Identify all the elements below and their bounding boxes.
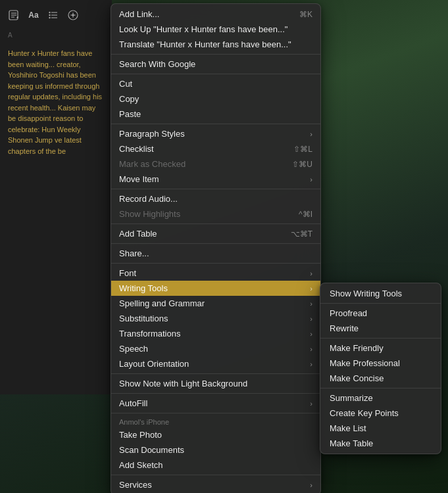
paragraph-styles-chevron-icon: › (310, 130, 312, 138)
font-chevron-icon: › (310, 270, 312, 277)
menu-item-move-item-label: Move Item (119, 174, 305, 184)
menu-item-layout-orientation-label: Layout Orientation (119, 359, 305, 369)
menu-item-speech-label: Speech (119, 344, 305, 354)
note-app-area: Aa A Hunter x Hunter fans have been wait… (0, 0, 112, 394)
submenu-item-summarize[interactable]: Summarize (320, 390, 441, 406)
menu-item-add-table-label: Add Table (119, 229, 280, 239)
menu-item-show-highlights[interactable]: Show Highlights ^⌘I (111, 206, 320, 222)
menu-item-add-link-shortcut: ⌘K (299, 10, 312, 19)
separator-6 (111, 243, 320, 244)
submenu-separator-2 (320, 338, 441, 339)
submenu-item-make-list[interactable]: Make List (320, 421, 441, 436)
separator-5 (111, 223, 320, 224)
menu-item-writing-tools[interactable]: Writing Tools › (111, 281, 320, 296)
menu-item-autofill[interactable]: AutoFill › (111, 396, 320, 411)
menu-item-transformations-label: Transformations (119, 329, 305, 339)
menu-item-substitutions[interactable]: Substitutions › (111, 311, 320, 326)
services-chevron-icon: › (310, 481, 312, 489)
menu-item-show-note-light-bg[interactable]: Show Note with Light Background (111, 376, 320, 391)
menu-item-font[interactable]: Font › (111, 266, 320, 281)
transformations-chevron-icon: › (310, 330, 312, 338)
menu-item-paste[interactable]: Paste (111, 106, 320, 122)
submenu-item-make-professional[interactable]: Make Professional (320, 356, 441, 371)
menu-item-paragraph-styles[interactable]: Paragraph Styles › (111, 126, 320, 141)
font-icon[interactable]: Aa (28, 9, 39, 21)
submenu-item-make-friendly[interactable]: Make Friendly (320, 340, 441, 356)
note-toolbar: Aa (0, 0, 112, 28)
menu-item-cut[interactable]: Cut (111, 76, 320, 91)
submenu-item-rewrite[interactable]: Rewrite (320, 321, 441, 336)
submenu-item-show-writing-tools-label: Show Writing Tools (330, 289, 432, 298)
menu-item-services-label: Services (119, 480, 305, 490)
submenu-item-make-friendly-label: Make Friendly (330, 343, 432, 353)
separator-4 (111, 189, 320, 189)
menu-item-checklist-shortcut: ⇧⌘L (293, 145, 312, 154)
note-date-label: A (0, 28, 112, 41)
move-item-chevron-icon: › (310, 176, 312, 183)
separator-9 (111, 393, 320, 394)
menu-item-services[interactable]: Services › (111, 477, 320, 492)
menu-item-substitutions-label: Substitutions (119, 314, 305, 323)
menu-item-add-link[interactable]: Add Link... ⌘K (111, 7, 320, 22)
menu-item-search-google[interactable]: Search With Google (111, 57, 320, 72)
menu-item-cut-label: Cut (119, 79, 312, 89)
menu-item-share-label: Share... (119, 248, 312, 258)
separator-1 (111, 54, 320, 55)
submenu-separator-1 (320, 303, 441, 304)
substitutions-chevron-icon: › (310, 315, 312, 323)
menu-item-move-item[interactable]: Move Item › (111, 172, 320, 187)
submenu-item-create-key-points-label: Create Key Points (330, 408, 432, 418)
submenu-item-make-concise[interactable]: Make Concise (320, 371, 441, 386)
submenu-item-make-professional-label: Make Professional (330, 358, 432, 368)
separator-8 (111, 373, 320, 374)
menu-item-add-sketch-label: Add Sketch (119, 460, 312, 470)
menu-item-look-up[interactable]: Look Up "Hunter x Hunter fans have been.… (111, 22, 320, 37)
menu-item-mark-checked-label: Mark as Checked (119, 159, 282, 169)
menu-item-search-google-label: Search With Google (119, 59, 312, 69)
writing-tools-chevron-icon: › (310, 285, 312, 293)
menu-item-copy[interactable]: Copy (111, 91, 320, 106)
note-content: Hunter x Hunter fans have been waiting..… (0, 41, 112, 163)
menu-item-layout-orientation[interactable]: Layout Orientation › (111, 356, 320, 371)
menu-item-record-audio-label: Record Audio... (119, 194, 312, 204)
separator-2 (111, 74, 320, 74)
menu-item-mark-checked-shortcut: ⇧⌘U (292, 160, 312, 169)
submenu-item-show-writing-tools[interactable]: Show Writing Tools (320, 286, 441, 301)
submenu-item-rewrite-label: Rewrite (330, 323, 432, 333)
separator-10 (111, 413, 320, 413)
menu-item-scan-documents[interactable]: Scan Documents (111, 442, 320, 458)
submenu-item-proofread-label: Proofread (330, 308, 432, 318)
menu-item-checklist-label: Checklist (119, 144, 283, 154)
submenu-item-make-list-label: Make List (330, 423, 432, 433)
menu-item-take-photo[interactable]: Take Photo (111, 427, 320, 442)
menu-item-paste-label: Paste (119, 109, 312, 119)
compose-icon[interactable] (8, 9, 20, 21)
menu-item-spelling-grammar[interactable]: Spelling and Grammar › (111, 296, 320, 311)
svg-point-8 (49, 17, 50, 18)
menu-item-add-table[interactable]: Add Table ⌥⌘T (111, 226, 320, 241)
menu-item-autofill-label: AutoFill (119, 398, 305, 408)
submenu-item-make-table[interactable]: Make Table (320, 436, 441, 451)
list-icon[interactable] (47, 9, 59, 21)
separator-11 (111, 475, 320, 475)
speech-chevron-icon: › (310, 345, 312, 353)
menu-item-mark-checked[interactable]: Mark as Checked ⇧⌘U (111, 156, 320, 172)
separator-7 (111, 263, 320, 264)
menu-item-transformations[interactable]: Transformations › (111, 326, 320, 341)
add-icon[interactable] (67, 9, 79, 21)
submenu-item-proofread[interactable]: Proofread (320, 306, 441, 321)
svg-point-6 (49, 14, 50, 16)
menu-item-speech[interactable]: Speech › (111, 341, 320, 356)
layout-orientation-chevron-icon: › (310, 360, 312, 368)
menu-item-add-sketch[interactable]: Add Sketch (111, 458, 320, 473)
menu-item-record-audio[interactable]: Record Audio... (111, 191, 320, 206)
writing-tools-submenu: Show Writing Tools Proofread Rewrite Mak… (320, 283, 441, 454)
menu-item-share[interactable]: Share... (111, 246, 320, 261)
submenu-item-create-key-points[interactable]: Create Key Points (320, 406, 441, 421)
separator-3 (111, 124, 320, 124)
menu-item-checklist[interactable]: Checklist ⇧⌘L (111, 141, 320, 156)
autofill-chevron-icon: › (310, 400, 312, 408)
menu-item-translate[interactable]: Translate "Hunter x Hunter fans have bee… (111, 37, 320, 52)
menu-item-show-note-light-bg-label: Show Note with Light Background (119, 379, 312, 388)
submenu-item-make-concise-label: Make Concise (330, 373, 432, 383)
